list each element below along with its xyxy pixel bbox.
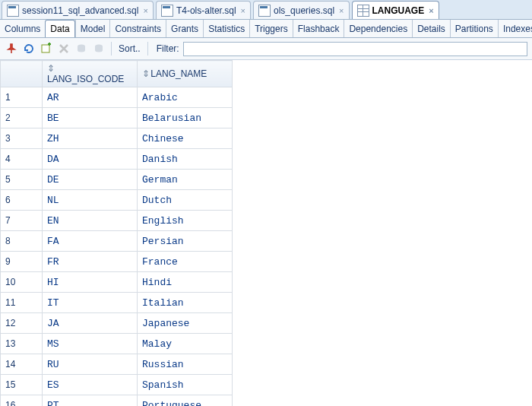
table-row[interactable]: 6NLDutch — [1, 190, 233, 211]
sub-tab-data[interactable]: Data — [45, 20, 74, 38]
row-number-cell: 9 — [1, 252, 43, 272]
sort-indicator-icon: ⇕ — [142, 68, 148, 79]
cell-lang-iso-code[interactable]: PT — [43, 395, 138, 407]
cell-lang-iso-code[interactable]: ES — [43, 375, 138, 395]
cell-lang-iso-code[interactable]: NL — [43, 190, 138, 211]
table-row[interactable]: 4DADanish — [1, 149, 233, 170]
row-number-cell: 8 — [1, 231, 43, 252]
sub-tab-statistics[interactable]: Statistics — [203, 20, 249, 37]
cell-lang-name[interactable]: Chinese — [138, 128, 233, 149]
table-row[interactable]: 8FAPersian — [1, 231, 233, 252]
sql-file-icon — [258, 5, 271, 17]
table-row[interactable]: 12JAJapanese — [1, 313, 233, 334]
cell-lang-name[interactable]: France — [138, 252, 233, 272]
add-row-icon[interactable] — [40, 42, 53, 56]
cell-lang-name[interactable]: Malay — [138, 334, 233, 354]
table-icon — [357, 5, 369, 17]
cell-lang-iso-code[interactable]: FA — [43, 231, 138, 252]
close-icon[interactable]: × — [429, 6, 433, 15]
row-number-cell: 15 — [1, 375, 43, 395]
cell-lang-iso-code[interactable]: DE — [43, 170, 138, 190]
cell-lang-iso-code[interactable]: HI — [43, 272, 138, 293]
sub-tab-columns[interactable]: Columns — [0, 20, 45, 37]
table-row[interactable]: 2BEBelarusian — [1, 108, 233, 128]
table-row[interactable]: 5DEGerman — [1, 170, 233, 190]
cell-lang-name[interactable]: Belarusian — [138, 108, 233, 128]
cell-lang-iso-code[interactable]: BE — [43, 108, 138, 128]
close-icon[interactable]: × — [339, 6, 344, 15]
cell-lang-iso-code[interactable]: JA — [43, 313, 138, 334]
cell-lang-iso-code[interactable]: ZH — [43, 128, 138, 149]
cell-lang-name[interactable]: Persian — [138, 231, 233, 252]
close-icon[interactable]: × — [143, 6, 147, 15]
cell-lang-name[interactable]: Spanish — [138, 375, 233, 395]
cell-lang-iso-code[interactable]: MS — [43, 334, 138, 354]
refresh-icon[interactable] — [22, 42, 36, 56]
cell-lang-name[interactable]: Japanese — [138, 313, 233, 334]
cell-lang-iso-code[interactable]: EN — [43, 211, 138, 231]
table-row[interactable]: 7ENEnglish — [1, 211, 233, 231]
filter-input[interactable] — [183, 42, 527, 56]
cell-lang-name[interactable]: Arabic — [138, 87, 233, 108]
table-row[interactable]: 15ESSpanish — [1, 375, 233, 395]
sort-button[interactable]: Sort.. — [117, 43, 142, 54]
row-number-cell: 14 — [1, 354, 43, 375]
cell-lang-name[interactable]: Russian — [138, 354, 233, 375]
cell-lang-iso-code[interactable]: DA — [43, 149, 138, 170]
table-row[interactable]: 3ZHChinese — [1, 128, 233, 149]
row-number-cell: 12 — [1, 313, 43, 334]
cell-lang-name[interactable]: Italian — [138, 293, 233, 313]
sub-tab-triggers[interactable]: Triggers — [249, 20, 293, 37]
file-tab[interactable]: session11_sql_advanced.sql× — [2, 1, 154, 19]
delete-row-icon[interactable] — [57, 42, 71, 56]
close-icon[interactable]: × — [241, 6, 245, 15]
svg-rect-0 — [42, 45, 49, 52]
cell-lang-iso-code[interactable]: AR — [43, 87, 138, 108]
row-number-cell: 10 — [1, 272, 43, 293]
cell-lang-name[interactable]: German — [138, 170, 233, 190]
column-header-lang-name[interactable]: ⇕ LANG_NAME — [138, 61, 233, 87]
sub-tab-indexes[interactable]: Indexes — [498, 20, 532, 37]
data-toolbar: Sort.. Filter: — [0, 38, 532, 60]
table-row[interactable]: 10HIHindi — [1, 272, 233, 293]
sub-tab-dependencies[interactable]: Dependencies — [344, 20, 412, 37]
table-row[interactable]: 14RURussian — [1, 354, 233, 375]
cell-lang-name[interactable]: Portuguese — [138, 395, 233, 407]
row-number-cell: 16 — [1, 395, 43, 407]
file-tab[interactable]: T4-ols-alter.sql× — [156, 1, 251, 19]
data-grid-wrapper[interactable]: ⇕ LANG_ISO_CODE ⇕ LANG_NAME 1ARArabic2BE… — [0, 60, 532, 406]
rollback-icon[interactable] — [92, 42, 106, 56]
table-row[interactable]: 13MSMalay — [1, 334, 233, 354]
table-row[interactable]: 1ARArabic — [1, 87, 233, 108]
row-number-cell: 7 — [1, 211, 43, 231]
file-tab[interactable]: LANGUAGE× — [352, 1, 439, 19]
row-number-cell: 6 — [1, 190, 43, 211]
sub-tab-details[interactable]: Details — [412, 20, 450, 37]
column-header-lang-iso-code[interactable]: ⇕ LANG_ISO_CODE — [43, 61, 138, 87]
sub-tab-grants[interactable]: Grants — [166, 20, 203, 37]
file-tab-label: LANGUAGE — [372, 5, 425, 16]
table-row[interactable]: 16PTPortuguese — [1, 395, 233, 407]
cell-lang-iso-code[interactable]: FR — [43, 252, 138, 272]
sub-tab-constraints[interactable]: Constraints — [109, 20, 166, 37]
cell-lang-name[interactable]: Danish — [138, 149, 233, 170]
cell-lang-name[interactable]: English — [138, 211, 233, 231]
commit-icon[interactable] — [74, 42, 88, 56]
cell-lang-iso-code[interactable]: RU — [43, 354, 138, 375]
data-grid: ⇕ LANG_ISO_CODE ⇕ LANG_NAME 1ARArabic2BE… — [0, 60, 233, 406]
sub-tab-partitions[interactable]: Partitions — [450, 20, 498, 37]
cell-lang-iso-code[interactable]: IT — [43, 293, 138, 313]
file-tab[interactable]: ols_queries.sql× — [253, 1, 349, 19]
row-number-cell: 3 — [1, 128, 43, 149]
sub-tab-flashback[interactable]: Flashback — [293, 20, 344, 37]
pin-icon[interactable] — [5, 42, 18, 56]
row-number-cell: 5 — [1, 170, 43, 190]
column-header-label: LANG_NAME — [150, 68, 207, 79]
toolbar-separator — [147, 42, 148, 56]
table-row[interactable]: 11ITItalian — [1, 293, 233, 313]
cell-lang-name[interactable]: Dutch — [138, 190, 233, 211]
row-number-header[interactable] — [1, 61, 43, 87]
table-row[interactable]: 9FRFrance — [1, 252, 233, 272]
cell-lang-name[interactable]: Hindi — [138, 272, 233, 293]
sub-tab-model[interactable]: Model — [75, 20, 110, 37]
